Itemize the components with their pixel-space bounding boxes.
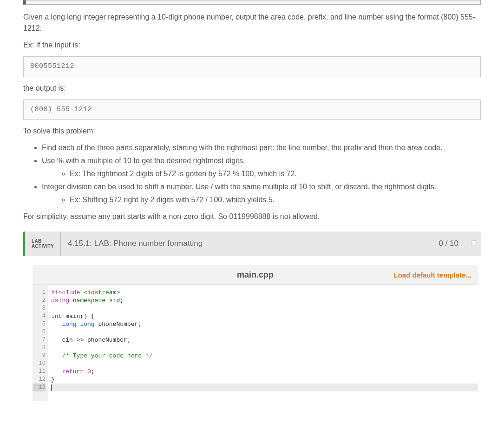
problem-statement: Given a long long integer representing a…	[5, 12, 499, 222]
code-editor[interactable]: 12345678910111213 #include <iostream> us…	[33, 285, 478, 401]
editor-tabbar: main.cpp Load default template...	[33, 265, 478, 285]
lab-header: LAB ACTIVITY 4.15.1: LAB: Phone number f…	[23, 232, 481, 256]
hint-sub-item: Ex: The rightmost 2 digits of 572 is got…	[70, 168, 481, 179]
load-template-link[interactable]: Load default template...	[393, 271, 471, 279]
ex-input-label: Ex: If the input is:	[23, 40, 481, 51]
lab-title: 4.15.1: LAB: Phone number formatting	[61, 232, 434, 256]
example-output-box: (800) 555-1212	[23, 99, 481, 120]
hint-sub-item: Ex: Shifting 572 right by 2 digits with …	[70, 194, 481, 205]
hint-item: Find each of the three parts separately,…	[42, 142, 481, 153]
simplicity-note: For simplicity, assume any part starts w…	[23, 211, 481, 222]
intro-text: Given a long long integer representing a…	[23, 12, 481, 34]
lab-badge: LAB ACTIVITY	[25, 232, 61, 256]
top-input-bar	[23, 0, 481, 5]
example-input-box: 8005551212	[23, 56, 481, 77]
hint-item: Integer division can be used to shift a …	[42, 181, 481, 205]
lab-score: 0 / 10	[434, 232, 467, 256]
solve-label: To solve this problem:	[23, 126, 481, 137]
line-gutter: 12345678910111213	[33, 285, 48, 401]
lab-activity-panel: LAB ACTIVITY 4.15.1: LAB: Phone number f…	[23, 232, 481, 401]
text-cursor	[51, 384, 52, 391]
hints-list: Find each of the three parts separately,…	[42, 142, 481, 205]
code-editor-panel: main.cpp Load default template... 123456…	[33, 265, 478, 401]
bookmark-icon[interactable]	[467, 232, 481, 256]
ex-output-label: the output is:	[23, 83, 481, 94]
hint-item: Use % with a multiple of 10 to get the d…	[42, 155, 481, 179]
code-body[interactable]: #include <iostream> using namespace std;…	[48, 285, 478, 401]
